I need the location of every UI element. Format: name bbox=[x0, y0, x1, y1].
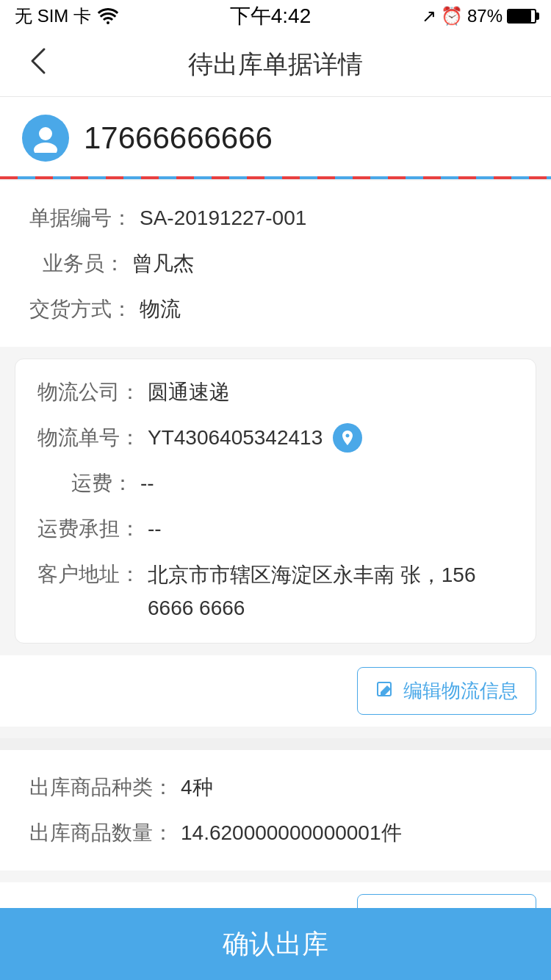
sales-person-label: 业务员： bbox=[29, 248, 132, 279]
address-value: 北京市市辖区海淀区永丰南 张，156 6666 6666 bbox=[148, 559, 514, 625]
freight-bearer-value: -- bbox=[148, 514, 514, 544]
goods-section: 出库商品种类： 4种 出库商品数量： 14.620000000000001件 bbox=[0, 750, 551, 871]
delivery-method-value: 物流 bbox=[140, 294, 522, 325]
goods-quantity-label: 出库商品数量： bbox=[29, 818, 181, 849]
status-left: 无 SIM 卡 bbox=[15, 4, 119, 28]
tracking-number-row: 物流单号： YT43064053424​13 bbox=[37, 422, 514, 453]
address-row: 客户地址： 北京市市辖区海淀区永丰南 张，156 6666 6666 bbox=[37, 559, 514, 625]
freight-label: 运费： bbox=[37, 468, 140, 499]
main-content: 17666666666 单据编号： SA-20191227-001 业务员： 曾… bbox=[0, 97, 551, 980]
logistics-card: 物流公司： 圆通速递 物流单号： YT43064053424​13 运费： --… bbox=[15, 359, 536, 644]
location-icon: ↗ bbox=[422, 6, 436, 26]
sales-person-row: 业务员： 曾凡杰 bbox=[29, 248, 522, 279]
carrier-label: 无 SIM 卡 bbox=[15, 4, 91, 28]
logistics-company-row: 物流公司： 圆通速递 bbox=[37, 377, 514, 408]
goods-types-label: 出库商品种类： bbox=[29, 772, 181, 803]
freight-bearer-row: 运费承担： -- bbox=[37, 514, 514, 544]
logistics-company-label: 物流公司： bbox=[37, 377, 148, 408]
back-button[interactable] bbox=[22, 39, 54, 90]
confirm-label: 确认出库 bbox=[223, 926, 328, 962]
page-title: 待出库单据详情 bbox=[188, 48, 363, 82]
tracking-number-value: YT43064053424​13 bbox=[148, 422, 514, 453]
avatar bbox=[22, 115, 69, 162]
address-label: 客户地址： bbox=[37, 559, 148, 590]
freight-value: -- bbox=[140, 468, 514, 499]
goods-types-value: 4种 bbox=[181, 772, 522, 803]
edit-icon bbox=[375, 680, 396, 701]
time-label: 下午4:42 bbox=[230, 2, 311, 30]
confirm-button[interactable]: 确认出库 bbox=[0, 908, 551, 980]
goods-quantity-value: 14.620000000000001件 bbox=[181, 818, 522, 849]
battery-icon bbox=[507, 9, 536, 24]
goods-types-row: 出库商品种类： 4种 bbox=[29, 772, 522, 803]
sales-person-value: 曾凡杰 bbox=[132, 248, 522, 279]
order-number-label: 单据编号： bbox=[29, 203, 140, 234]
order-number-row: 单据编号： SA-20191227-001 bbox=[29, 203, 522, 234]
logistics-company-value: 圆通速递 bbox=[148, 377, 514, 408]
user-phone: 17666666666 bbox=[84, 120, 273, 156]
edit-btn-row: 编辑物流信息 bbox=[0, 655, 551, 727]
nav-bar: 待出库单据详情 bbox=[0, 32, 551, 97]
wifi-icon bbox=[97, 8, 119, 24]
tracking-number-label: 物流单号： bbox=[37, 422, 148, 453]
order-info-section: 单据编号： SA-20191227-001 业务员： 曾凡杰 交货方式： 物流 bbox=[0, 181, 551, 347]
bottom-area: 确认出库 bbox=[0, 908, 551, 980]
alarm-icon: ⏰ bbox=[441, 6, 463, 26]
freight-bearer-label: 运费承担： bbox=[37, 514, 148, 544]
tracking-location-icon[interactable] bbox=[333, 423, 362, 453]
svg-point-1 bbox=[34, 143, 57, 153]
edit-logistics-button[interactable]: 编辑物流信息 bbox=[357, 667, 536, 715]
divider-line bbox=[0, 738, 551, 750]
delivery-method-row: 交货方式： 物流 bbox=[29, 294, 522, 325]
user-header: 17666666666 bbox=[0, 97, 551, 179]
edit-logistics-label: 编辑物流信息 bbox=[403, 678, 518, 704]
status-right: ↗ ⏰ 87% bbox=[422, 6, 536, 26]
goods-quantity-row: 出库商品数量： 14.620000000000001件 bbox=[29, 818, 522, 849]
freight-row: 运费： -- bbox=[37, 468, 514, 499]
delivery-method-label: 交货方式： bbox=[29, 294, 140, 325]
battery-label: 87% bbox=[467, 6, 503, 26]
svg-point-0 bbox=[39, 127, 52, 140]
status-bar: 无 SIM 卡 下午4:42 ↗ ⏰ 87% bbox=[0, 0, 551, 32]
order-number-value: SA-20191227-001 bbox=[140, 203, 522, 234]
